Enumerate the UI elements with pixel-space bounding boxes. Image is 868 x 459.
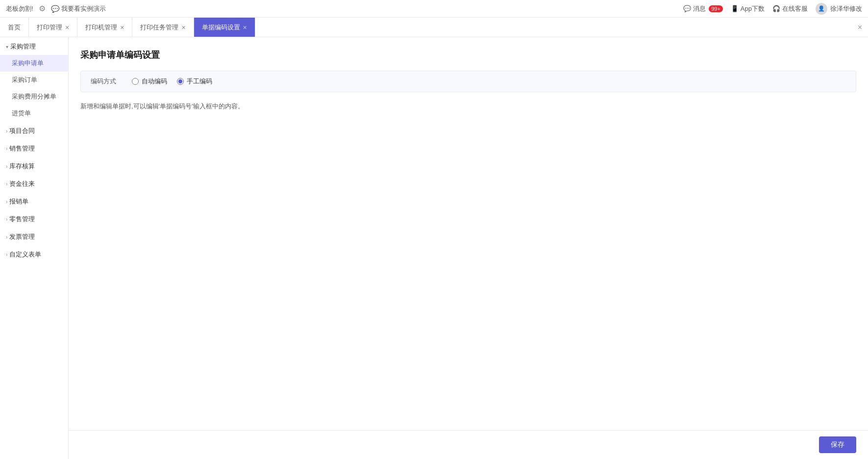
- tab-printer-management-close[interactable]: ×: [120, 24, 124, 31]
- top-bar: 老板勿割! ⚙ 我要看实例演示 💬 消息 99+ 📱 App下数 🎧 在线客服 …: [0, 0, 868, 18]
- sidebar-group-retail-label: 零售管理: [9, 215, 35, 224]
- sidebar-group-retail: › 零售管理: [0, 210, 68, 228]
- sidebar-group-invoice: › 发票管理: [0, 228, 68, 245]
- sidebar-group-sales-label: 销售管理: [9, 144, 35, 153]
- gear-icon: ⚙: [39, 4, 46, 13]
- tab-encoding-settings-close[interactable]: ×: [243, 24, 247, 31]
- tab-printer-management-label: 打印机管理: [85, 23, 117, 32]
- tab-encoding-settings-label: 单据编码设置: [202, 23, 240, 32]
- tab-bar: 首页 打印管理 × 打印机管理 × 打印任务管理 × 单据编码设置 × ×: [0, 18, 868, 37]
- app-download-label: App下数: [741, 4, 765, 13]
- top-bar-right: 💬 消息 99+ 📱 App下数 🎧 在线客服 👤 徐泽华修改: [683, 3, 862, 15]
- sidebar-group-custom-header[interactable]: › 自定义表单: [0, 245, 68, 263]
- chevron-down-icon: ▾: [6, 44, 8, 50]
- brand-name: 老板勿割!: [6, 4, 33, 13]
- top-bar-left: 老板勿割! ⚙ 我要看实例演示: [6, 4, 106, 14]
- sidebar-item-receipt-label: 进货单: [12, 109, 31, 117]
- app-download-button[interactable]: 📱 App下数: [731, 4, 765, 13]
- sidebar-item-purchase-cost-label: 采购费用分摊单: [12, 93, 56, 100]
- sidebar-group-expense: › 报销单: [0, 192, 68, 210]
- chevron-right-icon-5: ›: [6, 199, 7, 204]
- sidebar-group-finance-label: 资金往来: [9, 179, 35, 188]
- sidebar-item-purchase-order[interactable]: 采购订单: [0, 72, 68, 88]
- tab-print-management[interactable]: 打印管理 ×: [29, 18, 77, 37]
- sidebar-item-purchase-request-label: 采购申请单: [12, 59, 44, 67]
- encoding-label: 编码方式: [91, 77, 116, 86]
- sidebar-group-sales-header[interactable]: › 销售管理: [0, 139, 68, 157]
- radio-manual-input[interactable]: [177, 78, 184, 85]
- sidebar-group-purchase-label: 采购管理: [10, 42, 36, 51]
- content-body: 采购申请单编码设置 编码方式 自动编码 手工编码 新增和编辑单据时,可以编辑'单…: [69, 37, 868, 430]
- sidebar-item-purchase-order-label: 采购订单: [12, 76, 37, 83]
- main-layout: ▾ 采购管理 采购申请单 采购订单 采购费用分摊单 进货单 › 项目合同: [0, 37, 868, 459]
- tab-print-task[interactable]: 打印任务管理 ×: [132, 18, 194, 37]
- sidebar-group-purchase: ▾ 采购管理 采购申请单 采购订单 采购费用分摊单 进货单: [0, 37, 68, 122]
- sidebar-group-retail-header[interactable]: › 零售管理: [0, 210, 68, 228]
- sidebar-group-expense-label: 报销单: [9, 197, 28, 206]
- tab-print-management-label: 打印管理: [37, 23, 62, 32]
- tab-bar-close-button[interactable]: ×: [852, 18, 868, 37]
- tab-home-label: 首页: [8, 23, 21, 32]
- gear-button[interactable]: ⚙: [37, 4, 47, 14]
- radio-auto-input[interactable]: [132, 78, 139, 85]
- sidebar-group-expense-header[interactable]: › 报销单: [0, 192, 68, 210]
- sidebar-group-project: › 项目合同: [0, 122, 68, 139]
- sidebar-group-project-label: 项目合同: [9, 127, 35, 135]
- sidebar-group-inventory-label: 库存核算: [9, 162, 35, 171]
- message-button[interactable]: 💬 消息 99+: [683, 4, 723, 13]
- tab-print-task-label: 打印任务管理: [140, 23, 178, 32]
- demo-text: 我要看实例演示: [61, 4, 106, 13]
- online-service-label: 在线客服: [782, 4, 808, 13]
- tab-home[interactable]: 首页: [0, 18, 29, 37]
- message-icon: 💬: [683, 5, 691, 12]
- encoding-section: 编码方式 自动编码 手工编码: [80, 71, 856, 92]
- sidebar-group-custom-label: 自定义表单: [9, 250, 41, 259]
- chevron-right-icon-8: ›: [6, 252, 7, 257]
- tab-print-task-close[interactable]: ×: [181, 24, 185, 31]
- sidebar-group-sales: › 销售管理: [0, 139, 68, 157]
- avatar: 👤: [816, 3, 827, 15]
- online-service-button[interactable]: 🎧 在线客服: [772, 4, 808, 13]
- radio-auto-label: 自动编码: [142, 77, 167, 86]
- bottom-bar: 保存: [69, 430, 868, 459]
- chevron-right-icon-6: ›: [6, 217, 7, 222]
- radio-manual-label: 手工编码: [187, 77, 212, 86]
- radio-auto[interactable]: 自动编码: [132, 77, 167, 86]
- content-area: 采购申请单编码设置 编码方式 自动编码 手工编码 新增和编辑单据时,可以编辑'单…: [69, 37, 868, 459]
- tab-printer-management[interactable]: 打印机管理 ×: [77, 18, 132, 37]
- chevron-right-icon-3: ›: [6, 164, 7, 169]
- sidebar-item-purchase-request[interactable]: 采购申请单: [0, 55, 68, 72]
- radio-group: 自动编码 手工编码: [132, 77, 212, 86]
- sidebar-group-invoice-label: 发票管理: [9, 232, 35, 241]
- message-label: 消息: [693, 4, 706, 13]
- app-icon: 📱: [731, 5, 739, 12]
- sidebar: ▾ 采购管理 采购申请单 采购订单 采购费用分摊单 进货单 › 项目合同: [0, 37, 69, 459]
- service-icon: 🎧: [772, 5, 780, 12]
- hint-text: 新增和编辑单据时,可以编辑'单据编码号'输入框中的内容。: [80, 102, 856, 111]
- user-section[interactable]: 👤 徐泽华修改: [816, 3, 862, 15]
- message-badge: 99+: [709, 5, 723, 12]
- page-title: 采购申请单编码设置: [80, 49, 856, 61]
- sidebar-group-custom: › 自定义表单: [0, 245, 68, 263]
- sidebar-group-inventory-header[interactable]: › 库存核算: [0, 157, 68, 175]
- tab-print-management-close[interactable]: ×: [65, 24, 69, 31]
- sidebar-group-project-header[interactable]: › 项目合同: [0, 122, 68, 139]
- sidebar-group-inventory: › 库存核算: [0, 157, 68, 175]
- sidebar-group-invoice-header[interactable]: › 发票管理: [0, 228, 68, 245]
- chevron-right-icon-7: ›: [6, 234, 7, 240]
- sidebar-group-finance-header[interactable]: › 资金往来: [0, 175, 68, 192]
- sidebar-group-finance: › 资金往来: [0, 175, 68, 192]
- radio-manual[interactable]: 手工编码: [177, 77, 212, 86]
- sidebar-group-purchase-header[interactable]: ▾ 采购管理: [0, 37, 68, 55]
- username: 徐泽华修改: [830, 4, 862, 13]
- demo-link[interactable]: 我要看实例演示: [51, 4, 106, 13]
- sidebar-item-purchase-cost[interactable]: 采购费用分摊单: [0, 88, 68, 105]
- sidebar-item-receipt[interactable]: 进货单: [0, 105, 68, 122]
- chevron-right-icon-4: ›: [6, 181, 7, 187]
- chevron-right-icon: ›: [6, 128, 7, 134]
- tab-encoding-settings[interactable]: 单据编码设置 ×: [194, 18, 255, 37]
- chevron-right-icon-2: ›: [6, 146, 7, 152]
- save-button[interactable]: 保存: [819, 436, 856, 453]
